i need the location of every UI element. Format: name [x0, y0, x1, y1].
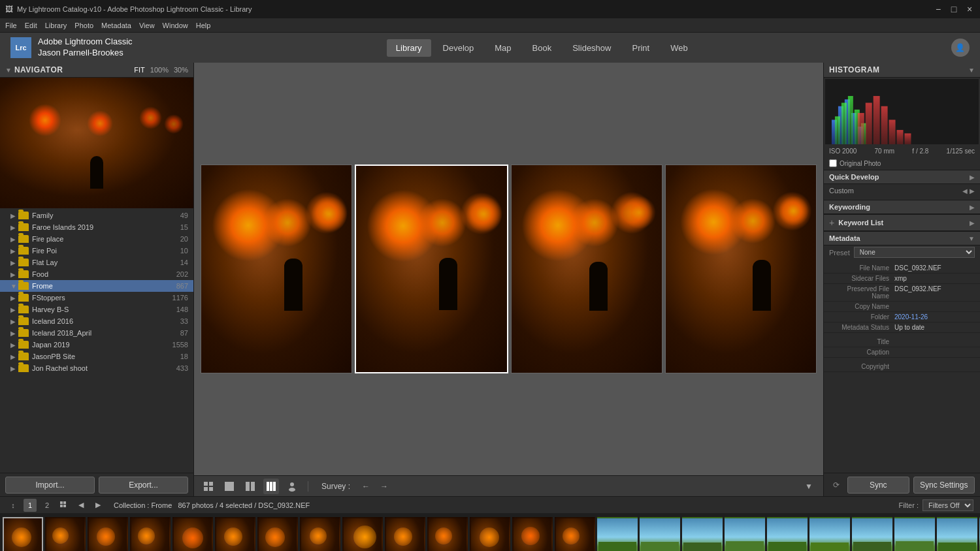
keyword-list-plus-icon[interactable]: +	[829, 217, 834, 228]
people-view-button[interactable]	[284, 479, 300, 494]
filmstrip-thumb[interactable]	[427, 517, 468, 551]
zoom-100-button[interactable]: 100%	[150, 66, 169, 74]
filmstrip-thumb[interactable]	[385, 517, 425, 551]
menu-edit[interactable]: Edit	[25, 22, 37, 29]
filmstrip-thumb[interactable]	[130, 517, 171, 551]
filmstrip-thumb[interactable]	[172, 517, 213, 551]
folder-item[interactable]: ▶ Fire place 20	[0, 233, 193, 245]
filmstrip-grid-button[interactable]	[57, 499, 71, 512]
metadata-collapse[interactable]: ▼	[968, 235, 975, 242]
menu-photo[interactable]: Photo	[74, 22, 93, 29]
survey-photo-1[interactable]	[201, 165, 352, 373]
folder-item[interactable]: ▶ FStoppers 1176	[0, 292, 193, 304]
menu-help[interactable]: Help	[196, 22, 211, 29]
menu-view[interactable]: View	[139, 22, 155, 29]
sync-button[interactable]: Sync	[847, 477, 909, 494]
folder-item[interactable]: ▶ Harvey B-S 148	[0, 304, 193, 315]
filmstrip-expand-button[interactable]: ↕	[7, 499, 20, 512]
nav-web[interactable]: Web	[661, 39, 697, 57]
keyword-list-collapse[interactable]: ▶	[970, 219, 975, 227]
minimize-button[interactable]: −	[933, 4, 943, 14]
compare-view-button[interactable]	[242, 479, 258, 494]
survey-prev-button[interactable]: ←	[358, 479, 374, 494]
filmstrip-view-1[interactable]: 1	[24, 499, 37, 512]
toolbar-menu-button[interactable]: ▼	[801, 479, 817, 494]
filmstrip-thumb[interactable]	[215, 517, 255, 551]
filmstrip-thumb[interactable]	[597, 517, 638, 551]
folder-item[interactable]: ▶ Family 49	[0, 210, 193, 221]
folder-item[interactable]: ▶ Japan 2019 1558	[0, 339, 193, 351]
nav-map[interactable]: Map	[485, 39, 520, 57]
filmstrip-thumb[interactable]	[725, 517, 765, 551]
navigator-image[interactable]	[0, 78, 193, 208]
filmstrip-next-button[interactable]: ▶	[91, 499, 105, 512]
keyword-list-header[interactable]: + Keyword List ▶	[824, 214, 980, 231]
folder-item[interactable]: ▶ Jon Rachel shoot 433	[0, 362, 193, 374]
filmstrip-thumb[interactable]	[257, 517, 298, 551]
filmstrip-thumb[interactable]	[555, 517, 595, 551]
filmstrip-thumb[interactable]	[300, 517, 340, 551]
nav-develop[interactable]: Develop	[434, 39, 483, 57]
loupe-view-button[interactable]	[221, 479, 237, 494]
filmstrip-thumb[interactable]	[45, 517, 86, 551]
nav-library[interactable]: Library	[387, 39, 431, 57]
folder-item[interactable]: ▶ Flat Lay 14	[0, 257, 193, 268]
meta-value-copyright[interactable]	[894, 363, 975, 370]
import-button[interactable]: Import...	[5, 477, 95, 494]
filmstrip-thumb[interactable]	[512, 517, 553, 551]
meta-value-folder[interactable]: 2020-11-26	[894, 313, 975, 321]
filmstrip-thumb[interactable]	[937, 517, 977, 551]
menu-file[interactable]: File	[5, 22, 17, 29]
filmstrip-thumb[interactable]	[894, 517, 935, 551]
sync-icon[interactable]: ⟳	[829, 478, 843, 492]
zoom-fit-button[interactable]: FIT	[134, 66, 145, 74]
filter-select[interactable]: Filters Off	[923, 499, 973, 511]
nav-slideshow[interactable]: Slideshow	[563, 39, 620, 57]
survey-next-button[interactable]: →	[376, 479, 392, 494]
metadata-preset-select[interactable]: None	[854, 247, 975, 258]
user-avatar[interactable]: 👤	[951, 39, 970, 57]
keywording-header[interactable]: Keywording ▶	[824, 200, 980, 214]
filmstrip-view-2[interactable]: 2	[41, 499, 54, 512]
folder-item-iceland[interactable]: ▶ Iceland 2016 33	[0, 315, 193, 327]
folder-item[interactable]: ▶ Food 202	[0, 268, 193, 280]
histogram-collapse[interactable]: ▼	[968, 67, 975, 74]
meta-value-caption[interactable]	[894, 349, 975, 356]
folder-item[interactable]: ▶ Iceland 2018_April 87	[0, 327, 193, 339]
menu-library[interactable]: Library	[45, 22, 67, 29]
metadata-header[interactable]: Metadata ▼	[824, 231, 980, 245]
survey-photo-2[interactable]	[355, 165, 508, 373]
filmstrip-thumb[interactable]	[88, 517, 128, 551]
survey-view-button[interactable]	[263, 479, 279, 494]
original-photo-checkbox[interactable]	[829, 159, 837, 167]
filmstrip-thumb[interactable]	[3, 517, 43, 551]
keywording-collapse[interactable]: ▶	[970, 204, 975, 211]
filmstrip-thumb[interactable]	[470, 517, 510, 551]
folder-item-frome[interactable]: ▼ Frome 867	[0, 280, 193, 292]
filmstrip-thumb[interactable]	[767, 517, 808, 551]
maximize-button[interactable]: □	[949, 4, 959, 14]
filmstrip-thumb[interactable]	[682, 517, 723, 551]
survey-photo-3[interactable]	[511, 165, 662, 373]
menu-window[interactable]: Window	[163, 22, 188, 29]
filmstrip-prev-button[interactable]: ◀	[74, 499, 88, 512]
quick-develop-collapse[interactable]: ▶	[970, 174, 975, 181]
filmstrip-thumb[interactable]	[342, 517, 383, 551]
meta-value-title[interactable]	[894, 338, 975, 345]
folder-item[interactable]: ▶ Fire Poi 10	[0, 245, 193, 257]
folder-item[interactable]: ▶ Faroe Islands 2019 15	[0, 221, 193, 233]
filmstrip-thumb[interactable]	[640, 517, 680, 551]
filmstrip-thumb[interactable]	[852, 517, 892, 551]
survey-photo-4[interactable]	[665, 165, 817, 373]
folder-item[interactable]: ▶ JasonPB Site 18	[0, 351, 193, 362]
navigator-collapse-arrow[interactable]: ▼	[5, 67, 12, 74]
grid-view-button[interactable]	[201, 479, 216, 494]
close-button[interactable]: ×	[964, 4, 975, 14]
sync-settings-button[interactable]: Sync Settings	[913, 477, 975, 494]
menu-metadata[interactable]: Metadata	[101, 22, 131, 29]
zoom-30-button[interactable]: 30%	[174, 66, 188, 74]
filmstrip-thumb[interactable]	[809, 517, 850, 551]
quick-develop-header[interactable]: Quick Develop ▶	[824, 170, 980, 184]
nav-book[interactable]: Book	[523, 39, 561, 57]
export-button[interactable]: Export...	[99, 477, 188, 494]
